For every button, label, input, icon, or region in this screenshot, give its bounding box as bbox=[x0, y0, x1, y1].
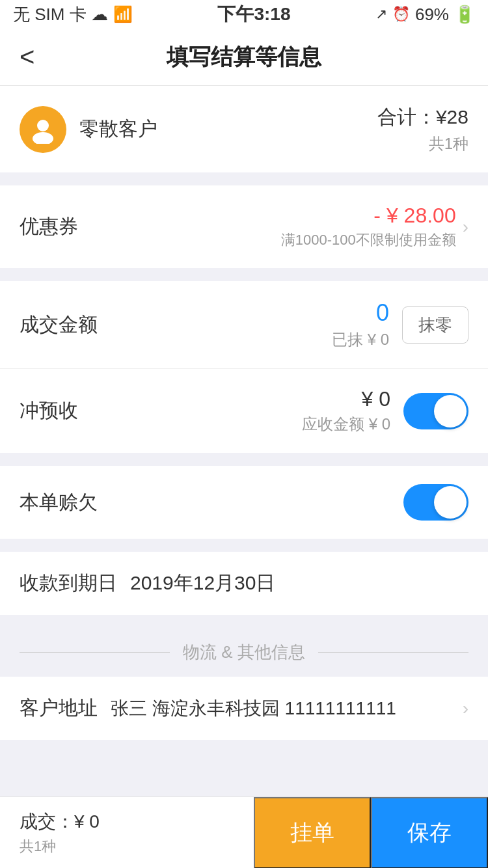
logistics-divider: 物流 & 其他信息 bbox=[0, 628, 488, 677]
status-right: ↗ ⏰ 69% 🔋 bbox=[375, 5, 475, 25]
wifi-icon: 📶 bbox=[113, 5, 133, 23]
bottom-count: 共1种 bbox=[20, 837, 234, 856]
customer-left: 零散客户 bbox=[20, 106, 157, 153]
address-section[interactable]: 客户地址 张三 海淀永丰科技园 11111111111 › bbox=[0, 677, 488, 740]
status-time: 下午3:18 bbox=[217, 2, 290, 27]
address-chevron-icon: › bbox=[463, 698, 468, 719]
hold-button[interactable]: 挂单 bbox=[254, 797, 371, 869]
debt-label: 本单赊欠 bbox=[20, 489, 98, 516]
back-button[interactable]: < bbox=[20, 42, 59, 72]
location-icon: ↗ bbox=[375, 6, 387, 23]
prepay-receivable: 应收金额 ¥ 0 bbox=[302, 414, 390, 435]
total-count: 共1种 bbox=[377, 133, 468, 154]
toggle-knob bbox=[434, 395, 467, 427]
address-label: 客户地址 bbox=[20, 695, 98, 722]
nav-bar: < 填写结算等信息 bbox=[0, 29, 488, 86]
coupon-section: 优惠券 - ¥ 28.00 满1000-100不限制使用金额 › bbox=[0, 185, 488, 268]
prepay-amount: ¥ 0 bbox=[302, 387, 390, 411]
bottom-bar: 成交：¥ 0 共1种 挂单 保存 bbox=[0, 796, 488, 868]
transaction-amount-value[interactable]: 0 bbox=[332, 299, 389, 327]
due-date-value[interactable]: 2019年12月30日 bbox=[130, 570, 275, 597]
debt-section: 本单赊欠 bbox=[0, 466, 488, 539]
divider-line-right bbox=[318, 652, 468, 653]
debt-toggle-knob bbox=[434, 486, 467, 519]
amount-input-area: 0 已抹 ¥ 0 bbox=[332, 299, 389, 350]
chevron-right-icon: › bbox=[463, 217, 468, 237]
coupon-row[interactable]: 优惠券 - ¥ 28.00 满1000-100不限制使用金额 › bbox=[0, 185, 488, 268]
due-date-label: 收款到期日 bbox=[20, 570, 117, 597]
page-title: 填写结算等信息 bbox=[167, 42, 321, 72]
debt-toggle[interactable] bbox=[403, 484, 468, 521]
prepay-toggle[interactable] bbox=[403, 393, 468, 429]
svg-point-0 bbox=[37, 120, 49, 131]
transaction-right: 0 已抹 ¥ 0 抹零 bbox=[332, 299, 468, 350]
alarm-icon: ⏰ bbox=[392, 6, 410, 23]
round-button[interactable]: 抹零 bbox=[402, 306, 468, 344]
svg-point-1 bbox=[33, 132, 53, 144]
avatar bbox=[20, 106, 66, 153]
amount-already: 已抹 ¥ 0 bbox=[332, 329, 389, 350]
bottom-transaction-label: 成交： bbox=[20, 811, 74, 832]
save-button[interactable]: 保存 bbox=[371, 797, 488, 869]
transaction-row: 成交金额 0 已抹 ¥ 0 抹零 bbox=[0, 281, 488, 369]
total-amount: 合计：¥28 bbox=[377, 104, 468, 131]
divider-line-left bbox=[20, 652, 170, 653]
transaction-label: 成交金额 bbox=[20, 312, 98, 338]
bottom-transaction-value: ¥ 0 bbox=[74, 811, 100, 832]
bottom-transaction: 成交：¥ 0 bbox=[20, 809, 234, 834]
logistics-label: 物流 & 其他信息 bbox=[183, 641, 305, 664]
prepay-label: 冲预收 bbox=[20, 398, 78, 424]
address-left: 客户地址 张三 海淀永丰科技园 11111111111 bbox=[20, 695, 396, 722]
customer-name: 零散客户 bbox=[79, 116, 157, 142]
transaction-section: 成交金额 0 已抹 ¥ 0 抹零 冲预收 ¥ 0 应收金额 ¥ 0 bbox=[0, 281, 488, 453]
coupon-value: - ¥ 28.00 bbox=[281, 204, 456, 228]
coupon-detail: - ¥ 28.00 满1000-100不限制使用金额 bbox=[281, 204, 456, 250]
sim-label: 无 SIM 卡 ☁ bbox=[13, 3, 108, 26]
prepay-row: 冲预收 ¥ 0 应收金额 ¥ 0 bbox=[0, 369, 488, 453]
battery-label: 69% bbox=[415, 5, 449, 25]
status-bar: 无 SIM 卡 ☁ 📶 下午3:18 ↗ ⏰ 69% 🔋 bbox=[0, 0, 488, 29]
content-area: 零散客户 合计：¥28 共1种 优惠券 - ¥ 28.00 满1000-100不… bbox=[0, 86, 488, 831]
address-value: 张三 海淀永丰科技园 11111111111 bbox=[111, 696, 396, 721]
customer-right: 合计：¥28 共1种 bbox=[377, 104, 468, 154]
coupon-right: - ¥ 28.00 满1000-100不限制使用金额 › bbox=[281, 204, 468, 250]
coupon-label: 优惠券 bbox=[20, 213, 78, 240]
prepay-amount-area: ¥ 0 应收金额 ¥ 0 bbox=[302, 387, 390, 435]
battery-icon: 🔋 bbox=[454, 5, 475, 25]
due-date-section: 收款到期日 2019年12月30日 bbox=[0, 552, 488, 615]
coupon-desc: 满1000-100不限制使用金额 bbox=[281, 230, 456, 250]
customer-section: 零散客户 合计：¥28 共1种 bbox=[0, 86, 488, 172]
prepay-right: ¥ 0 应收金额 ¥ 0 bbox=[302, 387, 468, 435]
status-left: 无 SIM 卡 ☁ 📶 bbox=[13, 3, 133, 26]
bottom-summary: 成交：¥ 0 共1种 bbox=[0, 809, 254, 856]
